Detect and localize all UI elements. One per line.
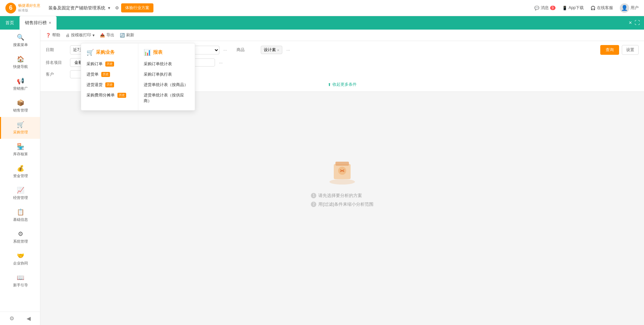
print-btn[interactable]: 🖨 按模板打印 ▾ xyxy=(66,32,95,38)
sidebar-item-basic[interactable]: 📋 基础信息 xyxy=(0,204,40,226)
top-bar: 6 畅捷通好生意 标准版 装备及固定资产辅助管理系统 ▾ ⚙ 体验行业方案 💬 … xyxy=(0,0,644,16)
sidebar-item-basic-label: 基础信息 xyxy=(13,217,28,222)
tab-close-icon[interactable]: × xyxy=(49,21,51,25)
sidebar-item-marketing[interactable]: 📢 营销推广 xyxy=(0,73,40,95)
app-download-btn[interactable]: 📱 App下载 xyxy=(562,5,584,11)
receipt-stat-supplier-label: 进货单统计表（按供应商） xyxy=(144,92,190,104)
search-icon: 🔍 xyxy=(17,34,24,41)
purchase-header-label: 采购业务 xyxy=(96,49,115,55)
message-icon: 💬 xyxy=(534,6,539,10)
sidebar-item-sales[interactable]: 📦 销售管理 xyxy=(0,95,40,117)
collapse-label: 收起更多条件 xyxy=(332,82,357,87)
system-dropdown-btn[interactable]: ▾ xyxy=(108,5,110,10)
doc-status-ellipsis: ··· xyxy=(223,47,227,52)
collapse-up-icon: ⬆ xyxy=(328,82,331,87)
receipt-label: 进货单 xyxy=(86,72,99,77)
logo-icon: 6 xyxy=(5,3,16,13)
dropdown-item-receipt-stat-supplier[interactable]: 进货单统计表（按供应商） xyxy=(138,90,195,106)
dropdown-header-purchase: 🛒 采购业务 xyxy=(81,47,138,59)
online-service-label: 在线客服 xyxy=(597,5,613,11)
purchase-header-icon: 🛒 xyxy=(86,49,94,56)
sidebar-item-operation[interactable]: 📈 经营管理 xyxy=(0,182,40,204)
phone-icon: 📱 xyxy=(562,6,567,10)
main-layout: 🔍 搜索菜单 🏠 快捷导航 📢 营销推广 📦 销售管理 🛒 采购管理 🏪 库存核… xyxy=(0,30,644,325)
user-avatar: 👤 xyxy=(620,3,629,13)
online-service-btn[interactable]: 🎧 在线客服 xyxy=(591,5,613,11)
headset-icon: 🎧 xyxy=(591,6,596,10)
rank-item-label: 排名项目 xyxy=(46,60,66,66)
system-icon: ⚙ xyxy=(18,230,23,238)
tab-home[interactable]: 首页 xyxy=(0,16,20,30)
empty-state: 1 请先选择要分析的方案 2 用[过滤]条件来缩小分析范围 xyxy=(40,92,644,269)
sidebar-item-finance[interactable]: 💰 资金管理 xyxy=(0,161,40,182)
dropdown-col-purchase: 🛒 采购业务 采购订单 历史 进货单 历史 进货退货 历史 采购费用分摊单 xyxy=(81,43,138,110)
user-btn[interactable]: 👤 用户 xyxy=(620,3,639,13)
tab-expand-icon[interactable]: ⛶ xyxy=(635,20,640,26)
sidebar-collapse-icon[interactable]: ◀ xyxy=(27,315,31,322)
tab-home-label: 首页 xyxy=(5,20,14,26)
sidebar-item-guide[interactable]: 📖 新手引导 xyxy=(0,270,40,292)
setting-btn[interactable]: 设置 xyxy=(622,45,639,55)
dropdown-item-po[interactable]: 采购订单 历史 xyxy=(81,59,138,69)
logo-text: 畅捷通好生意 xyxy=(18,3,40,8)
sidebar-item-inventory-label: 库存核算 xyxy=(13,152,28,157)
expense-label: 采购费用分摊单 xyxy=(86,92,115,98)
tab-sales-ranking[interactable]: 销售排行榜 × xyxy=(20,16,57,30)
product-tag[interactable]: 设计素 × xyxy=(261,46,282,54)
sidebar-item-search[interactable]: 🔍 搜索菜单 xyxy=(0,30,40,51)
product-label: 商品 xyxy=(237,47,257,53)
po-label: 采购订单 xyxy=(86,61,103,67)
po-history-badge: 历史 xyxy=(105,62,114,67)
dropdown-item-receipt-stat-product[interactable]: 进货单统计表（按商品） xyxy=(138,80,195,90)
app-download-label: App下载 xyxy=(569,5,584,11)
salesperson-ellipsis: ··· xyxy=(219,60,223,65)
dropdown-item-po-stat[interactable]: 采购订单统计表 xyxy=(138,59,195,69)
dropdown-item-po-exec[interactable]: 采购订单执行表 xyxy=(138,69,195,80)
message-badge: 9 xyxy=(550,6,556,10)
collapse-btn[interactable]: ⬆ 收起更多条件 xyxy=(328,82,357,87)
filter-actions: 查询 设置 xyxy=(600,45,639,55)
sidebar-item-operation-label: 经营管理 xyxy=(13,195,28,200)
export-btn[interactable]: 📤 导出 xyxy=(100,32,114,38)
collab-icon: 🤝 xyxy=(17,252,24,259)
dropdown-item-return[interactable]: 进货退货 历史 xyxy=(81,80,138,90)
home-icon: 🏠 xyxy=(17,55,24,63)
sidebar-item-nav-label: 快捷导航 xyxy=(13,64,28,69)
return-history-badge: 历史 xyxy=(105,82,114,87)
product-tag-value: 设计素 xyxy=(264,47,276,53)
print-dropdown-icon[interactable]: ▾ xyxy=(93,33,95,38)
svg-rect-2 xyxy=(335,162,349,166)
product-tag-close[interactable]: × xyxy=(277,48,279,52)
receipt-stat-product-label: 进货单统计表（按商品） xyxy=(144,82,188,88)
sidebar-item-system[interactable]: ⚙ 系统管理 xyxy=(0,226,40,248)
dropdown-col-report: 📊 报表 采购订单统计表 采购订单执行表 进货单统计表（按商品） 进货单统计表（… xyxy=(138,43,195,110)
export-icon: 📤 xyxy=(100,33,105,38)
guide-icon: 📖 xyxy=(17,274,24,281)
industry-btn[interactable]: 体验行业方案 xyxy=(121,3,153,12)
tab-bar-right: × ⛶ xyxy=(629,20,644,26)
inventory-icon: 🏪 xyxy=(17,143,24,150)
report-header-label: 报表 xyxy=(153,49,163,55)
sales-icon: 📦 xyxy=(17,99,24,107)
sidebar-item-nav[interactable]: 🏠 快捷导航 xyxy=(0,51,40,73)
gear-settings-icon[interactable]: ⚙ xyxy=(113,4,121,12)
refresh-icon: 🔄 xyxy=(120,33,125,38)
refresh-btn[interactable]: 🔄 刷新 xyxy=(120,32,134,38)
print-icon: 🖨 xyxy=(66,33,70,38)
customer-label: 客户 xyxy=(46,72,66,77)
help-btn[interactable]: ❓ 帮助 xyxy=(46,32,60,38)
logo-area: 6 畅捷通好生意 标准版 xyxy=(5,3,46,13)
sidebar-item-inventory[interactable]: 🏪 库存核算 xyxy=(0,139,40,161)
hint-text-2: 用[过滤]条件来缩小分析范围 xyxy=(318,200,373,209)
dropdown-item-receipt[interactable]: 进货单 历史 xyxy=(81,69,138,80)
sidebar-settings-icon[interactable]: ⚙ xyxy=(9,315,14,322)
top-right: 💬 消息 9 📱 App下载 🎧 在线客服 👤 用户 xyxy=(534,3,639,13)
help-icon: ❓ xyxy=(46,33,51,38)
dropdown-item-expense[interactable]: 采购费用分摊单 历史 xyxy=(81,90,138,100)
tab-close-all-icon[interactable]: × xyxy=(629,20,632,26)
query-btn[interactable]: 查询 xyxy=(600,45,619,55)
message-btn[interactable]: 💬 消息 9 xyxy=(534,5,556,11)
return-label: 进货退货 xyxy=(86,82,103,88)
sidebar-item-collab[interactable]: 🤝 企业协同 xyxy=(0,248,40,270)
sidebar-item-purchase[interactable]: 🛒 采购管理 xyxy=(0,117,40,139)
